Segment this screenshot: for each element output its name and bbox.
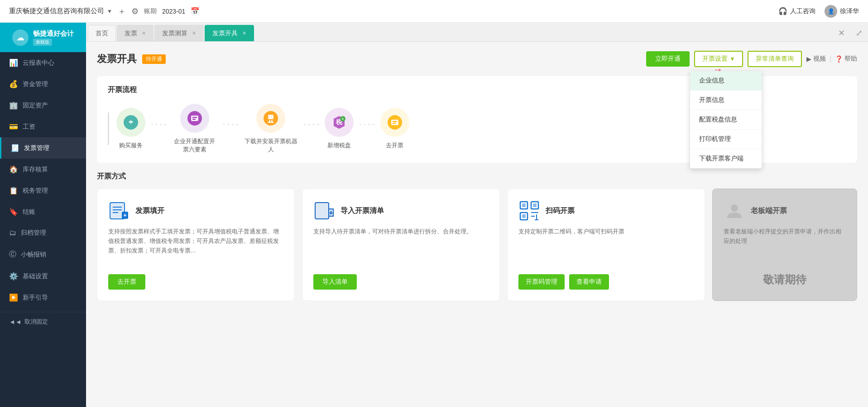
dropdown-item-tax-config[interactable]: 配置税盘信息 — [690, 110, 762, 129]
page-content: 发票开具 待开通 立即开通 开票设置 ▼ → — [86, 42, 868, 407]
sidebar-collapse-btn[interactable]: ◄◄ 取消固定 — [0, 312, 86, 331]
tab-invoice-close[interactable]: ✕ — [142, 30, 146, 36]
salary-icon: 💳 — [9, 122, 18, 131]
process-arrow-2: - - - - — [217, 120, 244, 128]
svg-rect-3 — [191, 116, 198, 121]
process-label-5: 去开票 — [386, 141, 403, 150]
sidebar-label-invoice: 发票管理 — [24, 144, 49, 152]
sidebar-item-tax[interactable]: 📋 税务管理 — [0, 180, 86, 201]
tab-invoice-calc-close[interactable]: ✕ — [192, 30, 196, 36]
activate-button[interactable]: 立即开通 — [646, 51, 690, 67]
tab-invoice-issue-label: 发票开具 — [212, 29, 238, 38]
method-desc-fill: 支持按照发票样式手工填开发票；可开具增值税电子普通发票、增值税普通发票、增值税专… — [108, 227, 283, 267]
process-arrow-4: - - - - — [354, 120, 380, 128]
method-title-import: 导入开票清单 — [340, 206, 384, 216]
process-icon-2 — [180, 104, 209, 133]
video-help-button[interactable]: ▶ 视频 | ❓ 帮助 — [806, 55, 857, 63]
tab-close-all[interactable]: ✕ — [833, 25, 850, 41]
process-icon-3 — [256, 104, 285, 133]
logo-badge: 旗舰版 — [33, 39, 52, 46]
process-label-1: 购买服务 — [119, 141, 143, 150]
method-icon-scan — [518, 200, 540, 222]
method-btn-scan-manage[interactable]: 开票码管理 — [518, 274, 565, 290]
sidebar-label-settlement: 结账 — [23, 208, 35, 216]
sidebar-item-fixed-assets[interactable]: 🏢 固定资产 — [0, 95, 86, 116]
settings-dropdown-wrapper: 开票设置 ▼ → 企业信息 开票信息 — [694, 51, 743, 67]
svg-rect-30 — [522, 204, 526, 207]
page-header: 发票开具 待开通 立即开通 开票设置 ▼ → — [97, 51, 857, 67]
method-header-scan: 扫码开票 — [518, 200, 694, 222]
method-btn-scan-view[interactable]: 查看申请 — [569, 274, 609, 290]
process-icon-4: 税+ — [325, 108, 354, 137]
method-btn-fill[interactable]: 去开票 — [108, 274, 145, 290]
process-step-5: 去开票 — [380, 108, 409, 150]
logo-main-text: 畅捷通好会计 — [33, 29, 74, 38]
process-step-2: 企业开通配置开票六要素 — [172, 104, 217, 154]
coming-soon-overlay: 敬请期待 — [763, 272, 806, 287]
dropdown-item-download-client[interactable]: 下载开票客户端 — [690, 149, 762, 168]
svg-rect-16 — [391, 120, 398, 125]
user-name: 徐泽华 — [840, 7, 859, 15]
dropdown-item-printer[interactable]: 打印机管理 — [690, 129, 762, 149]
capital-icon: 💰 — [9, 80, 18, 88]
play-icon: ▶ — [806, 55, 811, 63]
tab-invoice-calc[interactable]: 发票测算 ✕ — [154, 25, 204, 41]
customer-service-btn[interactable]: 🎧 人工咨询 — [778, 7, 815, 15]
method-btn-import[interactable]: 导入清单 — [313, 274, 357, 290]
user-profile[interactable]: 👤 徐泽华 — [825, 5, 859, 18]
sidebar-item-archive[interactable]: 🗂 归档管理 — [0, 223, 86, 243]
dropdown-item-invoice-info[interactable]: 开票信息 — [690, 90, 762, 110]
collapse-icon: ◄◄ — [9, 318, 22, 325]
sidebar-label-salary: 工资 — [23, 123, 35, 131]
inventory-icon: 🏠 — [9, 165, 18, 174]
sidebar-item-basic-settings[interactable]: ⚙️ 基础设置 — [0, 266, 86, 287]
sidebar-item-expense[interactable]: Ⓒ 小畅报销 — [0, 243, 86, 266]
sidebar-item-invoice[interactable]: 🧾 发票管理 — [0, 137, 86, 159]
process-arrow-3: - - - - — [298, 120, 325, 128]
page-title: 发票开具 — [97, 52, 137, 66]
tax-icon: 📋 — [9, 186, 18, 195]
settings-button-label: 开票设置 — [702, 55, 728, 63]
company-name: 重庆畅捷交通信息咨询有限公司 — [9, 7, 104, 15]
status-badge: 待开通 — [142, 54, 166, 64]
expense-icon: Ⓒ — [9, 250, 16, 259]
sidebar-item-settlement[interactable]: 🔖 结账 — [0, 201, 86, 223]
sidebar-item-guide[interactable]: ▶️ 新手引导 — [0, 287, 86, 308]
calendar-icon[interactable]: 📅 — [191, 7, 200, 15]
settings-icon[interactable]: ⚙ — [131, 6, 139, 16]
sidebar-item-capital[interactable]: 💰 资金管理 — [0, 73, 86, 95]
add-company-icon[interactable]: ＋ — [118, 6, 126, 17]
tab-home[interactable]: 首页 — [88, 25, 116, 41]
tab-invoice[interactable]: 发票 ✕ — [117, 25, 153, 41]
tab-invoice-issue-close[interactable]: ✕ — [242, 30, 246, 36]
method-header-boss: 老板端开票 — [724, 200, 846, 222]
video-label: 视频 — [813, 55, 826, 63]
method-desc-import: 支持导入待开票清单，可对待开票清单进行拆分、合并处理。 — [313, 227, 489, 267]
svg-text:+: + — [341, 116, 344, 121]
method-icon-import — [313, 200, 335, 222]
methods-section: 开票方式 发票填开 支持按照发票样式手工填开发票；可开具增值税电子普通发票、增值… — [97, 172, 857, 301]
methods-grid: 发票填开 支持按照发票样式手工填开发票；可开具增值税电子普通发票、增值税普通发票… — [97, 189, 857, 301]
sidebar-item-cloud-report[interactable]: 📊 云报表中心 — [0, 52, 86, 73]
sidebar-label-archive: 归档管理 — [21, 229, 46, 237]
company-selector[interactable]: 重庆畅捷交通信息咨询有限公司 ▼ — [9, 7, 112, 15]
sidebar-label-inventory: 库存核算 — [23, 165, 48, 174]
sidebar-label-tax: 税务管理 — [23, 187, 48, 195]
sidebar: ☁ 畅捷通好会计 旗舰版 📊 云报表中心 💰 资金管理 🏢 固定资产 💳 — [0, 23, 86, 407]
abnormal-list-button[interactable]: 异常清单查询 — [748, 51, 802, 67]
tab-expand[interactable]: ⤢ — [850, 25, 868, 41]
sidebar-label-fixed-assets: 固定资产 — [23, 102, 48, 110]
process-step-4: 税+ 新增税盘 — [325, 108, 354, 150]
tab-invoice-calc-label: 发票测算 — [162, 29, 187, 38]
settlement-icon: 🔖 — [9, 208, 18, 216]
sidebar-item-inventory[interactable]: 🏠 库存核算 — [0, 159, 86, 180]
content-area: 首页 发票 ✕ 发票测算 ✕ 发票开具 ✕ ✕ ⤢ 发票开具 待开通 — [86, 23, 868, 407]
tab-invoice-issue[interactable]: 发票开具 ✕ — [205, 25, 254, 41]
svg-rect-7 — [268, 115, 273, 119]
cloud-report-icon: 📊 — [9, 58, 18, 67]
customer-service-label: 人工咨询 — [790, 7, 815, 15]
sidebar-item-salary[interactable]: 💳 工资 — [0, 116, 86, 137]
sidebar-logo: ☁ 畅捷通好会计 旗舰版 — [0, 23, 86, 52]
dropdown-item-company[interactable]: 企业信息 — [690, 71, 762, 90]
process-arrow-1: - - - - — [145, 120, 172, 128]
